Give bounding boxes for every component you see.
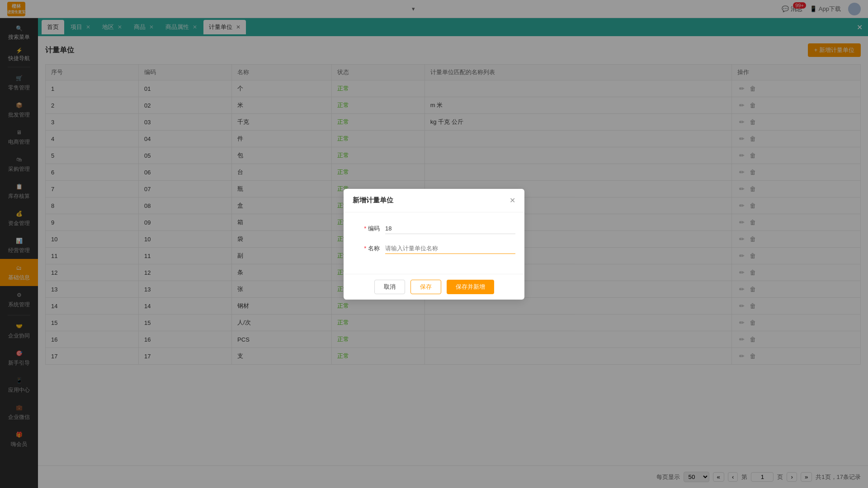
name-input[interactable] — [385, 243, 515, 254]
modal-overlay: 新增计量单位 ✕ 编码 名称 取消 保存 保存并新增 — [0, 0, 868, 488]
code-label: 编码 — [353, 225, 380, 233]
save-button[interactable]: 保存 — [410, 280, 441, 294]
modal-body: 编码 名称 — [344, 212, 524, 274]
code-form-row: 编码 — [353, 223, 515, 234]
name-form-row: 名称 — [353, 243, 515, 254]
modal-footer: 取消 保存 保存并新增 — [344, 274, 524, 300]
modal-title: 新增计量单位 — [353, 196, 393, 205]
modal-header: 新增计量单位 ✕ — [344, 189, 524, 212]
cancel-button[interactable]: 取消 — [374, 280, 405, 294]
modal-close-button[interactable]: ✕ — [509, 196, 515, 205]
name-label: 名称 — [353, 244, 380, 253]
add-unit-modal: 新增计量单位 ✕ 编码 名称 取消 保存 保存并新增 — [344, 189, 524, 300]
code-input[interactable] — [385, 223, 515, 234]
save-new-button[interactable]: 保存并新增 — [447, 280, 494, 294]
